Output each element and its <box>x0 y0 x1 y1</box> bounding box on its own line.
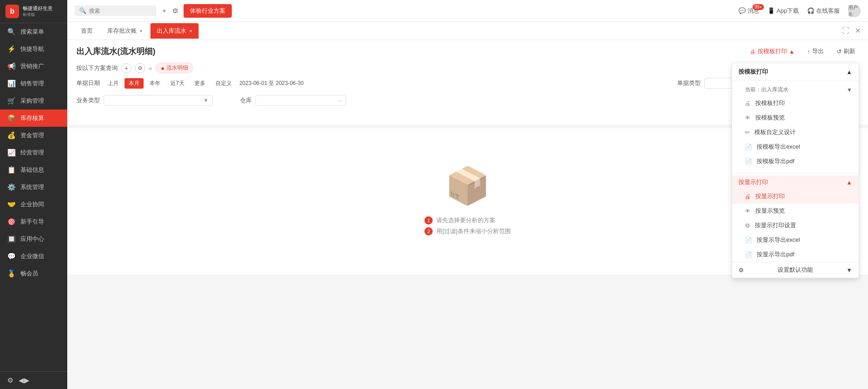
display-preview-item[interactable]: 👁 按显示预览 <box>732 204 858 218</box>
tab-inventory-flow[interactable]: 出入库流水 × <box>150 23 198 39</box>
app-download-button[interactable]: 📱 App下载 <box>768 7 799 15</box>
dropdown-header: 按模板打印 ▲ <box>732 63 858 81</box>
topbar-search-input[interactable] <box>89 8 144 14</box>
display-print-settings-item[interactable]: ⚙ 按显示打印设置 <box>732 218 858 233</box>
display-print-item[interactable]: 🖨 按显示打印 <box>732 189 858 204</box>
filter-add-button[interactable]: + <box>121 63 131 73</box>
template-print-item[interactable]: 🖨 按模板打印 <box>732 96 858 110</box>
sidebar-bottom[interactable]: ⚙ ◀▶ <box>0 371 67 389</box>
sidebar-item-operations[interactable]: 📈 经营管理 <box>0 144 67 161</box>
dropdown-default-setting[interactable]: ⚙ 设置默认功能 ▼ <box>732 262 858 278</box>
sidebar-item-wechat[interactable]: 💬 企业微信 <box>0 248 67 265</box>
industry-solution-button[interactable]: 体验行业方案 <box>184 4 232 18</box>
template-custom-item[interactable]: ✏ 模板自定义设计 <box>732 125 858 140</box>
date-btn-this-year[interactable]: 本年 <box>145 78 165 89</box>
sidebar-item-cooperation[interactable]: 🤝 企业协同 <box>0 196 67 213</box>
display-preview-label: 按显示预览 <box>755 207 785 215</box>
date-btn-last-month[interactable]: 上月 <box>104 78 123 89</box>
display-print-section-label: 按显示打印 <box>738 178 768 186</box>
print-template-button[interactable]: 🖨 按模板打印 ▲ <box>746 45 798 57</box>
warehouse-select[interactable]: ··· <box>255 95 346 106</box>
sales-icon: 📊 <box>7 80 16 88</box>
current-template-label[interactable]: 当前：出入库流水 ▼ <box>732 84 858 96</box>
sidebar-toggle-icon[interactable]: ◀▶ <box>19 376 30 384</box>
sidebar-item-label: 营销推广 <box>20 62 44 70</box>
display-excel-item[interactable]: 📄 按显示导出excel <box>732 233 858 247</box>
dropdown-divider <box>732 173 858 174</box>
tabs-bar: 首页 库存批次账 × 出入库流水 × ⛶ ✕ <box>67 22 868 40</box>
template-pdf-item[interactable]: 📄 按模板导出pdf <box>732 154 858 169</box>
operations-icon: 📈 <box>7 149 16 157</box>
sidebar-item-purchase[interactable]: 🛒 采购管理 <box>0 92 67 110</box>
doc-type-label: 单据类型 <box>677 79 701 87</box>
app-download-label: App下载 <box>777 7 799 15</box>
refresh-icon: ↺ <box>837 48 842 55</box>
sidebar-item-guide[interactable]: 🎯 新手引导 <box>0 213 67 230</box>
dropdown-collapse-icon[interactable]: ▲ <box>846 69 852 75</box>
sidebar-settings-icon[interactable]: ⚙ <box>7 376 13 384</box>
default-setting-icon: ⚙ <box>738 267 744 274</box>
sidebar-item-membership[interactable]: 🏅 畅会员 <box>0 265 67 282</box>
tab-batch-account-label: 库存批次账 <box>107 27 137 35</box>
date-btn-7days[interactable]: 近7天 <box>166 78 189 89</box>
tab-inventory-flow-close-icon[interactable]: × <box>189 28 192 34</box>
dropdown-title: 按模板打印 <box>738 68 768 76</box>
sidebar-item-system[interactable]: ⚙️ 系统管理 <box>0 179 67 196</box>
date-btn-custom[interactable]: 自定义 <box>211 78 236 89</box>
tab-batch-account[interactable]: 库存批次账 × <box>101 23 149 39</box>
sidebar-item-label: 采购管理 <box>20 97 44 105</box>
sidebar-item-inventory[interactable]: 📦 库存核算 <box>0 110 67 127</box>
warehouse-label: 仓库 <box>240 96 252 105</box>
display-print-section-header[interactable]: 按显示打印 ▲ <box>732 175 858 189</box>
sidebar-item-app-center[interactable]: 🔲 应用中心 <box>0 230 67 248</box>
biz-type-input[interactable]: ▼ <box>104 95 213 106</box>
empty-steps: 1 请先选择要分析的方案 2 用[过滤]条件来缩小分析范围 <box>424 216 510 238</box>
display-pdf-label: 按显示导出pdf <box>757 250 794 259</box>
user-name: 用户名 <box>848 4 861 18</box>
customer-service-button[interactable]: 🎧 在线客服 <box>807 7 840 15</box>
sidebar-item-marketing[interactable]: 📢 营销推广 <box>0 58 67 75</box>
filter-group-date: 单据日期 上月 本月 本年 近7天 更多 自定义 2023-06-01 至 20… <box>76 78 304 89</box>
filter-chip-label: 流水明细 <box>166 64 188 72</box>
filter-settings-button[interactable]: ⚙ <box>135 63 145 73</box>
topbar-search-box[interactable]: 🔍 <box>75 5 156 16</box>
message-button[interactable]: 💬 消息 99+ <box>738 7 759 15</box>
current-template-text: 当前：出入库流水 <box>745 86 788 94</box>
display-pdf-item[interactable]: 📄 按显示导出pdf <box>732 247 858 262</box>
sidebar-item-finance[interactable]: 💰 资金管理 <box>0 127 67 144</box>
refresh-button[interactable]: ↺ 刷新 <box>833 45 859 57</box>
step-2-text: 用[过滤]条件来缩小分析范围 <box>436 227 510 235</box>
date-btn-this-month[interactable]: 本月 <box>125 78 144 89</box>
topbar-gear-icon[interactable]: ⚙ <box>172 7 178 15</box>
template-excel-item[interactable]: 📄 按模板导出excel <box>732 140 858 154</box>
tab-inventory-flow-label: 出入库流水 <box>157 27 186 35</box>
template-preview-item[interactable]: 👁 按模板预览 <box>732 110 858 125</box>
print-dropdown-arrow[interactable]: ▲ <box>789 48 795 55</box>
page-header: 出入库流水(流水明细) 🖨 按模板打印 ▲ ↑ 导出 ↺ 刷新 <box>67 40 868 57</box>
filter-collapse-icon[interactable]: « <box>149 65 152 72</box>
date-btn-more[interactable]: 更多 <box>190 78 210 89</box>
sidebar-item-quick-nav[interactable]: ⚡ 快捷导航 <box>0 40 67 58</box>
tabs-maximize-icon[interactable]: ⛶ <box>842 27 849 35</box>
template-section: 当前：出入库流水 ▼ 🖨 按模板打印 👁 按模板预览 ✏ 模板自定义设计 📄 <box>732 81 858 171</box>
filter-chip[interactable]: ● 流水明细 <box>156 63 193 73</box>
sidebar-item-sales[interactable]: 📊 销售管理 <box>0 75 67 92</box>
date-buttons: 上月 本月 本年 近7天 更多 自定义 <box>104 78 236 89</box>
topbar-chevron-icon[interactable]: ▼ <box>162 8 167 14</box>
tabs-close-all-icon[interactable]: ✕ <box>855 26 861 35</box>
user-avatar[interactable]: 用户名 <box>848 5 861 17</box>
display-pdf-icon: 📄 <box>745 251 752 258</box>
template-pdf-label: 按模板导出pdf <box>757 157 794 165</box>
sidebar-item-basic-info[interactable]: 📋 基础信息 <box>0 161 67 179</box>
app-center-icon: 🔲 <box>7 235 16 243</box>
sidebar-item-label: 企业微信 <box>20 252 44 260</box>
template-excel-label: 按模板导出excel <box>757 143 800 151</box>
filter-group-biz-type: 业务类型 ▼ <box>76 95 213 106</box>
sidebar-item-label: 销售管理 <box>20 80 44 88</box>
message-icon: 💬 <box>738 7 746 14</box>
tab-batch-account-close-icon[interactable]: × <box>140 28 142 34</box>
export-button[interactable]: ↑ 导出 <box>804 45 828 57</box>
sidebar-item-search[interactable]: 🔍 搜索菜单 <box>0 23 67 40</box>
tab-home[interactable]: 首页 <box>75 23 99 39</box>
display-settings-label: 按显示打印设置 <box>755 221 796 229</box>
